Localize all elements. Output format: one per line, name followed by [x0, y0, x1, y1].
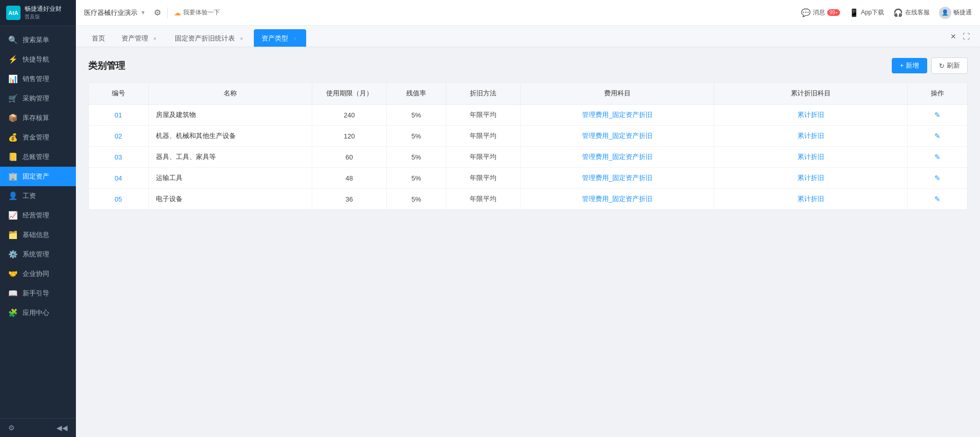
sidebar-label-7: 固定资产	[23, 172, 49, 181]
tabs-container: 首页资产管理×固定资产折旧统计表×资产类型×	[84, 26, 306, 47]
edit-button-3[interactable]: ✎	[915, 174, 960, 182]
sidebar: AtA 畅捷通好业财 普及版 🔍 搜索菜单 ⚡ 快捷导航 📊 销售管理 🛒 采购…	[0, 0, 76, 437]
sidebar-icon-8: 👤	[8, 191, 17, 201]
edit-button-1[interactable]: ✎	[915, 132, 960, 140]
edit-button-0[interactable]: ✎	[915, 111, 960, 119]
username-label: 畅捷通	[953, 8, 972, 17]
cell-action-0: ✎	[908, 105, 967, 126]
sidebar-item-4[interactable]: 📦 库存核算	[0, 108, 76, 128]
sidebar-item-13[interactable]: 📖 新手引导	[0, 284, 76, 303]
cell-expense-4: 管理费用_固定资产折旧	[521, 189, 714, 210]
refresh-label: 刷新	[947, 61, 960, 70]
sidebar-icon-12: 🤝	[8, 269, 17, 279]
sidebar-footer: ⚙ ◀◀	[0, 418, 76, 437]
refresh-button[interactable]: ↻ 刷新	[931, 57, 968, 74]
module-selector[interactable]: 医疗器械行业演示 ▼	[84, 8, 146, 17]
trial-icon: ☁	[174, 9, 181, 17]
cell-accum-2: 累计折旧	[714, 147, 907, 168]
module-name: 医疗器械行业演示	[84, 8, 137, 17]
user-profile-button[interactable]: 👤 畅捷通	[939, 7, 972, 19]
sidebar-icon-0: 🔍	[8, 35, 17, 45]
online-support-button[interactable]: 🎧 在线客服	[893, 8, 930, 17]
cell-residual-0: 5%	[387, 105, 446, 126]
fold-sidebar-icon[interactable]: ◀◀	[56, 424, 68, 432]
cell-residual-2: 5%	[387, 147, 446, 168]
cell-method-3: 年限平均	[446, 168, 521, 189]
close-tab-button[interactable]: ✕	[948, 30, 958, 43]
tab-close-2[interactable]: ×	[238, 35, 245, 42]
tab-3[interactable]: 资产类型×	[254, 29, 306, 47]
new-button[interactable]: + 新增	[892, 58, 927, 73]
sidebar-icon-9: 📈	[8, 211, 17, 220]
refresh-icon: ↻	[939, 62, 945, 70]
table-row: 05 电子设备 36 5% 年限平均 管理费用_固定资产折旧 累计折旧 ✎	[89, 189, 967, 210]
sidebar-item-8[interactable]: 👤 工资	[0, 186, 76, 206]
sidebar-icon-2: 📊	[8, 74, 17, 84]
sidebar-item-3[interactable]: 🛒 采购管理	[0, 89, 76, 108]
col-header-6: 累计折旧科目	[714, 83, 907, 105]
sidebar-icon-1: ⚡	[8, 55, 17, 64]
tab-label-0: 首页	[92, 34, 105, 43]
tab-label-3: 资产类型	[262, 34, 288, 43]
sidebar-item-10[interactable]: 🗂️ 基础信息	[0, 225, 76, 245]
app-download-button[interactable]: 📱 App下载	[849, 8, 884, 17]
topbar-settings-icon[interactable]: ⚙	[154, 8, 161, 17]
sidebar-icon-6: 📒	[8, 152, 17, 162]
col-header-5: 费用科目	[521, 83, 714, 105]
cell-period-3: 48	[312, 168, 386, 189]
cell-expense-0: 管理费用_固定资产折旧	[521, 105, 714, 126]
tab-1[interactable]: 资产管理×	[114, 29, 166, 47]
trial-label: 我要体验一下	[183, 8, 220, 17]
sidebar-label-9: 经营管理	[23, 211, 49, 220]
cell-residual-1: 5%	[387, 126, 446, 147]
table-row: 03 器具、工具、家具等 60 5% 年限平均 管理费用_固定资产折旧 累计折旧…	[89, 147, 967, 168]
sidebar-label-11: 系统管理	[23, 250, 49, 259]
cell-method-4: 年限平均	[446, 189, 521, 210]
tab-close-3[interactable]: ×	[291, 35, 298, 42]
edit-button-2[interactable]: ✎	[915, 153, 960, 161]
sidebar-item-11[interactable]: ⚙️ 系统管理	[0, 245, 76, 264]
settings-icon[interactable]: ⚙	[8, 424, 15, 432]
table-header: 编号名称使用期限（月）残值率折旧方法费用科目累计折旧科目操作	[89, 83, 967, 105]
sidebar-label-1: 快捷导航	[23, 55, 49, 64]
sidebar-item-14[interactable]: 🧩 应用中心	[0, 303, 76, 323]
sidebar-item-1[interactable]: ⚡ 快捷导航	[0, 50, 76, 69]
sidebar-header: AtA 畅捷通好业财 普及版	[0, 0, 76, 26]
sidebar-item-7[interactable]: 🏢 固定资产	[0, 167, 76, 186]
sidebar-item-0[interactable]: 🔍 搜索菜单	[0, 30, 76, 50]
edit-button-4[interactable]: ✎	[915, 195, 960, 203]
tab-close-1[interactable]: ×	[151, 35, 158, 42]
app-logo-icon: AtA	[6, 6, 21, 20]
cell-expense-3: 管理费用_固定资产折旧	[521, 168, 714, 189]
asset-type-table: 编号名称使用期限（月）残值率折旧方法费用科目累计折旧科目操作 01 房屋及建筑物…	[89, 83, 967, 209]
cell-period-2: 60	[312, 147, 386, 168]
sidebar-item-6[interactable]: 📒 总账管理	[0, 147, 76, 167]
sidebar-item-12[interactable]: 🤝 企业协同	[0, 264, 76, 284]
sidebar-label-14: 应用中心	[23, 308, 49, 317]
tab-label-2: 固定资产折旧统计表	[175, 34, 235, 43]
online-support-icon: 🎧	[893, 8, 903, 17]
sidebar-label-6: 总账管理	[23, 152, 49, 162]
sidebar-item-9[interactable]: 📈 经营管理	[0, 206, 76, 225]
expand-tab-button[interactable]: ⛶	[961, 30, 972, 43]
notifications-button[interactable]: 💬 消息 99+	[801, 8, 839, 17]
content-area: 类别管理 + 新增 ↻ 刷新 编号名称使用期限（月）残值率折旧方法费用科目累计折…	[76, 47, 980, 437]
sidebar-nav: 🔍 搜索菜单 ⚡ 快捷导航 📊 销售管理 🛒 采购管理 📦 库存核算 💰 资金管…	[0, 26, 76, 418]
tab-0[interactable]: 首页	[84, 29, 113, 47]
table-body: 01 房屋及建筑物 240 5% 年限平均 管理费用_固定资产折旧 累计折旧 ✎…	[89, 105, 967, 210]
sidebar-item-5[interactable]: 💰 资金管理	[0, 128, 76, 147]
table-row: 04 运输工具 48 5% 年限平均 管理费用_固定资产折旧 累计折旧 ✎	[89, 168, 967, 189]
table-row: 01 房屋及建筑物 240 5% 年限平均 管理费用_固定资产折旧 累计折旧 ✎	[89, 105, 967, 126]
tab-2[interactable]: 固定资产折旧统计表×	[167, 29, 253, 47]
notifications-icon: 💬	[801, 8, 811, 17]
sidebar-item-2[interactable]: 📊 销售管理	[0, 69, 76, 89]
trial-button[interactable]: ☁ 我要体验一下	[174, 8, 220, 17]
cell-code-2: 03	[89, 147, 148, 168]
topbar-divider	[167, 7, 168, 18]
module-dropdown-arrow: ▼	[141, 10, 146, 15]
sidebar-icon-4: 📦	[8, 113, 17, 123]
app-download-label: App下载	[861, 8, 884, 17]
cell-code-0: 01	[89, 105, 148, 126]
topbar-right: 💬 消息 99+ 📱 App下载 🎧 在线客服 👤 畅捷通	[801, 7, 972, 19]
sidebar-icon-3: 🛒	[8, 94, 17, 103]
